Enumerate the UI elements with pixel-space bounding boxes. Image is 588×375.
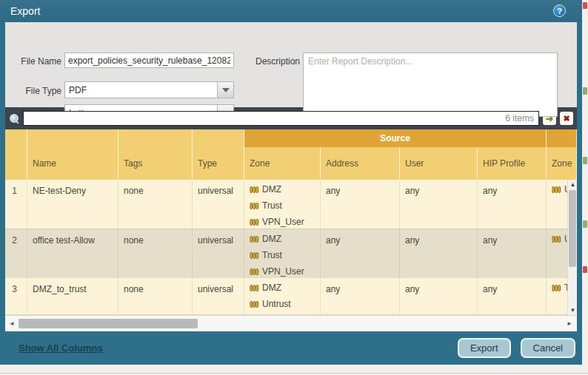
cell-tags: none: [118, 180, 193, 229]
zone-icon: [552, 185, 561, 194]
zone-icon: [250, 185, 259, 194]
file-type-dropdown-button[interactable]: [217, 82, 233, 98]
search-input[interactable]: [23, 111, 539, 126]
clear-filter-button[interactable]: ✖: [560, 112, 573, 125]
cell-hip-profile: any: [478, 229, 547, 277]
cancel-button[interactable]: Cancel: [521, 338, 575, 358]
dialog-footer: Show All Columns Export Cancel: [0, 331, 582, 365]
cell-user: any: [400, 180, 478, 229]
scroll-down-arrow-icon[interactable]: ▼: [568, 307, 578, 314]
zone-name: Untrust: [262, 299, 291, 309]
zone-icon: [250, 267, 259, 276]
horizontal-scrollbar[interactable]: ◄ ►: [5, 315, 577, 331]
description-label: Description: [254, 56, 300, 67]
page-behind-fragment: [583, 2, 587, 9]
table-row[interactable]: 1 NE-test-Deny none universal DMZ Trust …: [5, 180, 577, 229]
horizontal-scrollbar-thumb[interactable]: [19, 319, 198, 328]
background-page-strip: [582, 0, 588, 365]
cell-source-zones: DMZ Untrust: [244, 278, 321, 314]
cell-type: universal: [193, 278, 244, 314]
page-behind-fragment: [583, 87, 587, 95]
cell-type: universal: [193, 180, 244, 229]
cell-tags: none: [118, 278, 193, 314]
cell-user: any: [400, 229, 478, 277]
zone-name: Trust: [262, 200, 282, 211]
items-count: 6 items: [505, 113, 534, 124]
scroll-right-arrow-icon[interactable]: ►: [567, 320, 572, 327]
source-group-header: Source: [244, 129, 547, 147]
destination-group-header: [547, 129, 577, 147]
table-row[interactable]: 2 office test-Allow none universal DMZ T…: [5, 229, 577, 277]
cell-source-zones: DMZ Trust VPN_User: [244, 180, 321, 229]
zone-name: VPN_User: [262, 217, 304, 227]
export-button[interactable]: Export: [458, 338, 511, 358]
file-name-input[interactable]: [64, 53, 234, 68]
dialog-titlebar: Export ?: [0, 0, 582, 22]
background-page-bottom: [0, 365, 588, 375]
zone-icon: [250, 217, 259, 226]
column-header-zone[interactable]: Zone: [244, 147, 321, 180]
zone-icon: [250, 234, 259, 243]
zone-icon: [250, 283, 259, 292]
page-behind-fragment: [583, 157, 587, 164]
row-number: 2: [5, 229, 27, 277]
show-all-columns-link[interactable]: Show All Columns: [19, 342, 103, 354]
column-header-tags[interactable]: Tags: [118, 129, 193, 180]
column-header-dest-zone[interactable]: Zone: [547, 147, 577, 180]
source-column-group: Source Zone Address User HIP Profile: [244, 129, 547, 180]
file-type-label: File Type: [5, 86, 61, 96]
column-header-number[interactable]: [5, 129, 27, 180]
zone-name: DMZ: [262, 283, 281, 293]
dialog-content: File Name File Type PDF Page Size Letter…: [5, 22, 577, 331]
chevron-down-icon: [222, 88, 230, 92]
row-number: 3: [5, 278, 27, 314]
column-header-type[interactable]: Type: [193, 129, 244, 180]
cell-address: any: [321, 180, 400, 229]
rules-table: Name Tags Type Source Zone Address User …: [5, 129, 577, 331]
table-row[interactable]: 3 DMZ_to_trust none universal DMZ Untrus…: [5, 277, 577, 315]
cell-type: universal: [193, 229, 244, 277]
vertical-scrollbar-thumb[interactable]: [569, 190, 576, 267]
vertical-scrollbar[interactable]: ▲ ▼: [567, 180, 577, 315]
scroll-left-arrow-icon[interactable]: ◄: [9, 320, 15, 327]
zone-icon: [250, 201, 259, 210]
zone-name: DMZ: [262, 184, 281, 195]
column-header-address[interactable]: Address: [321, 147, 400, 180]
zone-name: Trust: [262, 250, 282, 260]
zone-name: DMZ: [262, 234, 281, 244]
cell-tags: none: [118, 229, 193, 277]
scroll-up-arrow-icon[interactable]: ▲: [568, 181, 578, 188]
destination-column-group: Zone: [547, 129, 577, 180]
cell-address: any: [321, 229, 400, 277]
page-behind-fragment: [583, 266, 587, 273]
export-dialog: Export ? File Name File Type PDF Page Si…: [0, 0, 582, 365]
help-icon[interactable]: ?: [553, 4, 566, 17]
column-header-hip-profile[interactable]: HIP Profile: [478, 147, 547, 180]
file-type-value: PDF: [65, 85, 217, 95]
search-icon: [10, 114, 19, 123]
filter-bar: 6 items ➜ ✖: [5, 107, 577, 129]
table-header: Name Tags Type Source Zone Address User …: [5, 129, 577, 180]
cell-hip-profile: any: [478, 180, 547, 229]
zone-name: VPN_User: [262, 266, 304, 277]
cell-address: any: [321, 278, 400, 314]
zone-icon: [552, 283, 561, 292]
page-behind-fragment: [583, 220, 587, 228]
zone-icon: [250, 251, 259, 260]
description-textarea[interactable]: [303, 53, 558, 117]
file-name-label: File Name: [5, 56, 61, 67]
export-form: File Name File Type PDF Page Size Letter…: [5, 22, 577, 107]
cell-source-zones: DMZ Trust VPN_User: [244, 229, 321, 277]
cell-user: any: [400, 278, 478, 314]
cell-name: office test-Allow: [27, 229, 118, 277]
row-number: 1: [5, 180, 27, 229]
zone-icon: [552, 234, 561, 243]
dialog-title: Export: [10, 5, 40, 17]
cell-name: DMZ_to_trust: [27, 278, 118, 314]
file-type-select[interactable]: PDF: [64, 81, 234, 98]
column-header-name[interactable]: Name: [27, 129, 118, 180]
zone-icon: [250, 300, 259, 308]
cell-name: NE-test-Deny: [27, 180, 118, 229]
column-header-user[interactable]: User: [400, 147, 478, 180]
cell-hip-profile: any: [478, 278, 547, 314]
